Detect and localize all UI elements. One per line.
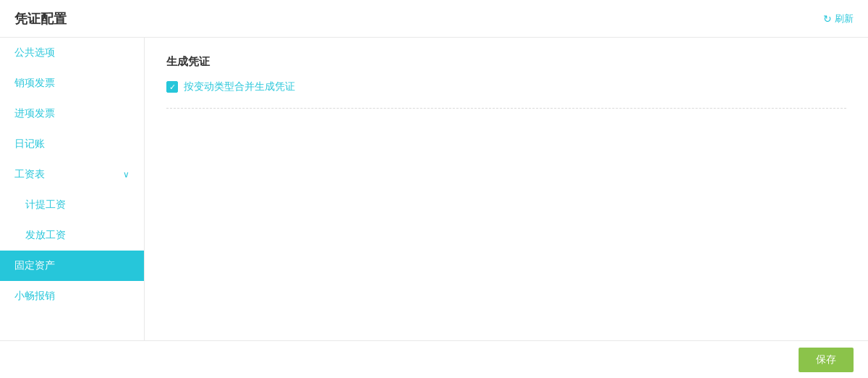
divider <box>166 108 846 109</box>
sidebar-item-label: 日记账 <box>14 138 45 151</box>
sidebar-item-sales-invoice[interactable]: 销项发票 <box>0 68 144 98</box>
content-area: 生成凭证 ✓ 按变动类型合并生成凭证 <box>145 38 868 340</box>
sidebar-item-label: 小畅报销 <box>14 290 55 303</box>
sidebar-item-label: 销项发票 <box>14 77 55 90</box>
refresh-label: 刷新 <box>835 12 854 25</box>
refresh-button[interactable]: ↻ 刷新 <box>823 12 854 25</box>
sidebar-item-purchase-invoice[interactable]: 进项发票 <box>0 98 144 129</box>
sidebar: 公共选项销项发票进项发票日记账工资表∨计提工资发放工资固定资产小畅报销 <box>0 38 145 340</box>
sidebar-item-payroll-issue[interactable]: 发放工资 <box>0 220 144 251</box>
sidebar-item-label: 公共选项 <box>14 46 55 59</box>
sidebar-item-label: 工资表 <box>14 168 45 181</box>
sidebar-item-fixed-assets[interactable]: 固定资产 <box>0 251 144 281</box>
main-content: 公共选项销项发票进项发票日记账工资表∨计提工资发放工资固定资产小畅报销 生成凭证… <box>0 38 868 340</box>
refresh-icon: ↻ <box>823 13 832 25</box>
sidebar-item-payroll-calc[interactable]: 计提工资 <box>0 190 144 220</box>
section-title: 生成凭证 <box>166 55 846 69</box>
sidebar-item-label: 发放工资 <box>25 229 66 242</box>
header: 凭证配置 ↻ 刷新 <box>0 0 868 38</box>
footer: 保存 <box>0 340 868 378</box>
sidebar-item-payroll[interactable]: 工资表∨ <box>0 159 144 190</box>
page-title: 凭证配置 <box>14 10 67 28</box>
checkbox-label[interactable]: 按变动类型合并生成凭证 <box>184 80 295 93</box>
checkmark-icon: ✓ <box>169 83 176 91</box>
chevron-down-icon: ∨ <box>123 169 129 180</box>
sidebar-item-label: 进项发票 <box>14 107 55 120</box>
sidebar-item-public-options[interactable]: 公共选项 <box>0 38 144 68</box>
save-button[interactable]: 保存 <box>799 348 854 372</box>
sidebar-item-journal[interactable]: 日记账 <box>0 129 144 159</box>
checkbox-row: ✓ 按变动类型合并生成凭证 <box>166 80 846 93</box>
sidebar-item-label: 固定资产 <box>14 259 55 272</box>
page-wrapper: 凭证配置 ↻ 刷新 公共选项销项发票进项发票日记账工资表∨计提工资发放工资固定资… <box>0 0 868 378</box>
merge-by-type-checkbox[interactable]: ✓ <box>166 81 178 93</box>
sidebar-item-expense[interactable]: 小畅报销 <box>0 281 144 311</box>
sidebar-item-label: 计提工资 <box>25 198 66 211</box>
